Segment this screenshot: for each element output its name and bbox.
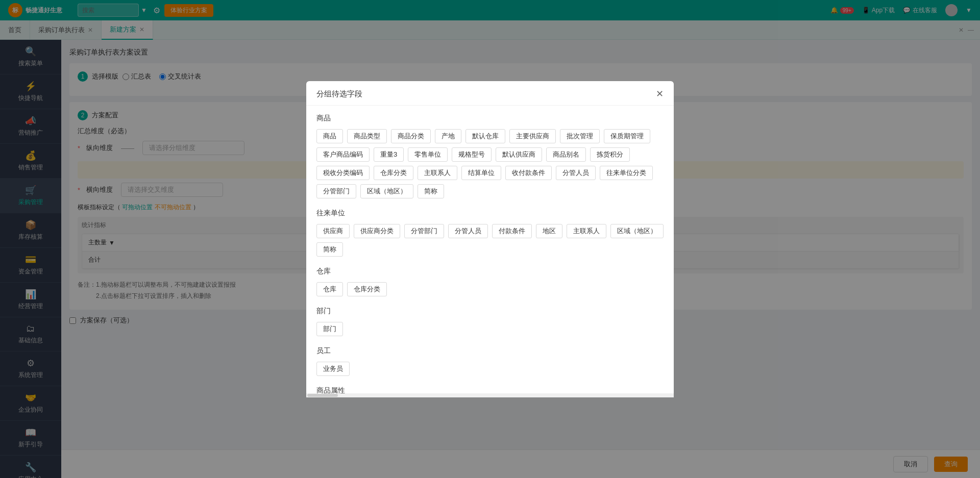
field-tag[interactable]: 默认供应商 <box>496 147 542 162</box>
field-section-往来单位: 往来单位供应商供应商分类分管部门分管人员付款条件地区主联系人区域（地区）简称 <box>316 209 664 257</box>
field-tag[interactable]: 拣货积分 <box>590 147 630 162</box>
field-tag[interactable]: 主联系人 <box>567 224 606 238</box>
field-tag[interactable]: 商品分类 <box>391 129 431 143</box>
field-tag[interactable]: 供应商分类 <box>354 224 400 238</box>
field-tag[interactable]: 付款条件 <box>492 224 532 238</box>
field-tag[interactable]: 业务员 <box>316 362 350 376</box>
field-tag[interactable]: 重量3 <box>374 147 404 162</box>
field-tag[interactable]: 默认仓库 <box>465 129 505 143</box>
field-section-title-仓库: 仓库 <box>316 267 664 276</box>
field-tag[interactable]: 主要供应商 <box>509 129 556 143</box>
field-tag[interactable]: 地区 <box>536 224 562 238</box>
modal-body: 商品商品商品类型商品分类产地默认仓库主要供应商批次管理保质期管理客户商品编码重量… <box>306 106 674 393</box>
field-tag[interactable]: 商品别名 <box>546 147 586 162</box>
field-tag[interactable]: 零售单位 <box>408 147 448 162</box>
field-tags-往来单位: 供应商供应商分类分管部门分管人员付款条件地区主联系人区域（地区）简称 <box>316 224 664 257</box>
field-tags-部门: 部门 <box>316 322 664 336</box>
field-tag[interactable]: 仓库分类 <box>347 282 387 296</box>
field-tag[interactable]: 部门 <box>316 322 343 336</box>
field-tag[interactable]: 分管人员 <box>448 224 488 238</box>
field-section-title-商品属性: 商品属性 <box>316 386 664 393</box>
field-tag[interactable]: 简称 <box>316 242 343 257</box>
field-tag[interactable]: 分管人员 <box>556 166 596 180</box>
field-section-title-员工: 员工 <box>316 346 664 356</box>
modal: 分组待选字段 ✕ 商品商品商品类型商品分类产地默认仓库主要供应商批次管理保质期管… <box>306 81 674 397</box>
field-tag[interactable]: 分管部门 <box>404 224 444 238</box>
field-tag[interactable]: 区域（地区） <box>360 184 413 198</box>
modal-scrollbar-thumb <box>307 394 338 397</box>
field-section-员工: 员工业务员 <box>316 346 664 376</box>
field-section-title-商品: 商品 <box>316 114 664 123</box>
modal-overlay[interactable]: 分组待选字段 ✕ 商品商品商品类型商品分类产地默认仓库主要供应商批次管理保质期管… <box>0 0 980 478</box>
field-tag[interactable]: 规格型号 <box>452 147 492 162</box>
field-tag[interactable]: 批次管理 <box>560 129 600 143</box>
field-section-title-部门: 部门 <box>316 307 664 316</box>
modal-header: 分组待选字段 ✕ <box>306 81 674 106</box>
field-tag[interactable]: 税收分类编码 <box>316 166 370 180</box>
field-section-仓库: 仓库仓库仓库分类 <box>316 267 664 296</box>
field-section-商品: 商品商品商品类型商品分类产地默认仓库主要供应商批次管理保质期管理客户商品编码重量… <box>316 114 664 198</box>
modal-horizontal-scrollbar[interactable] <box>306 393 674 397</box>
field-tag[interactable]: 简称 <box>418 184 444 198</box>
field-tag[interactable]: 保质期管理 <box>604 129 650 143</box>
field-section-部门: 部门部门 <box>316 307 664 336</box>
field-tag[interactable]: 客户商品编码 <box>316 147 370 162</box>
field-section-title-往来单位: 往来单位 <box>316 209 664 218</box>
field-tag[interactable]: 区域（地区） <box>610 224 664 238</box>
field-tag[interactable]: 商品 <box>316 129 343 143</box>
field-section-商品属性: 商品属性属性颜色多规格尺码鞋码1 <box>316 386 664 393</box>
field-tag[interactable]: 供应商 <box>316 224 350 238</box>
field-tag[interactable]: 主联系人 <box>418 166 457 180</box>
field-tag[interactable]: 商品类型 <box>347 129 387 143</box>
field-tag[interactable]: 分管部门 <box>316 184 356 198</box>
field-tag[interactable]: 收付款条件 <box>505 166 552 180</box>
field-tags-仓库: 仓库仓库分类 <box>316 282 664 296</box>
field-tags-员工: 业务员 <box>316 362 664 376</box>
modal-title: 分组待选字段 <box>316 89 362 99</box>
field-tag[interactable]: 仓库分类 <box>374 166 413 180</box>
modal-close-button[interactable]: ✕ <box>656 89 664 98</box>
field-tag[interactable]: 往来单位分类 <box>600 166 653 180</box>
field-tag[interactable]: 产地 <box>435 129 461 143</box>
field-tags-商品: 商品商品类型商品分类产地默认仓库主要供应商批次管理保质期管理客户商品编码重量3零… <box>316 129 664 198</box>
field-tag[interactable]: 结算单位 <box>461 166 501 180</box>
field-tag[interactable]: 仓库 <box>316 282 343 296</box>
